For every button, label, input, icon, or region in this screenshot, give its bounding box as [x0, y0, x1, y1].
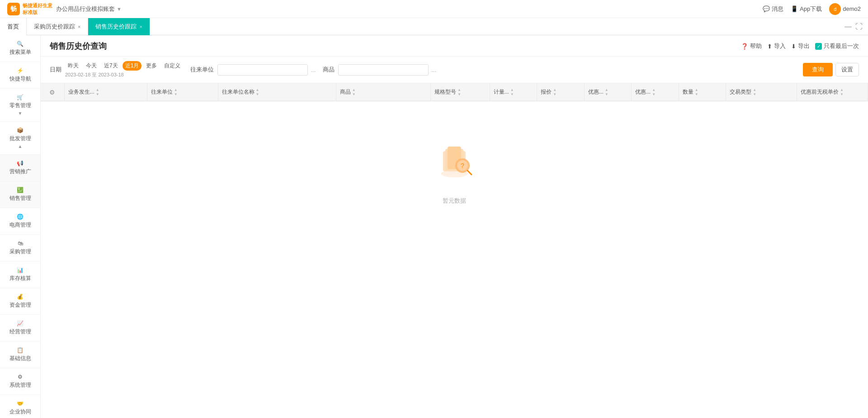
- sidebar-item-inventory[interactable]: 📊 库存核算: [0, 261, 40, 288]
- sort-arrows-spec: ▲▼: [458, 88, 461, 96]
- date-opt-last7[interactable]: 近7天: [101, 61, 121, 71]
- page-title-row: 销售历史价查询 ❓ 帮助 ⬆ 导入 ⬇ 导出 ✓: [50, 41, 859, 56]
- top-bar-left: 畅 畅捷通好生意 标准版 办公用品行业模拟账套 ▼: [7, 2, 122, 15]
- minimize-btn[interactable]: —: [844, 23, 852, 31]
- tab-bar: 首页 采购历史价跟踪 × 销售历史价跟踪 × — ⛶: [0, 18, 868, 35]
- tab-home[interactable]: 首页: [0, 18, 27, 35]
- col-settings-header[interactable]: ⚙: [41, 83, 64, 101]
- sort-arrows-qty: ▲▼: [695, 88, 698, 96]
- logo-area: 畅 畅捷通好生意 标准版: [7, 2, 52, 15]
- company-selector[interactable]: 办公用品行业模拟账套 ▼: [56, 5, 122, 13]
- sort-arrows-unit-name: ▲▼: [256, 88, 259, 96]
- col-discount1-header[interactable]: 优惠... ▲▼: [584, 83, 632, 101]
- import-btn[interactable]: ⬆ 导入: [767, 42, 786, 50]
- phone-icon: 📱: [791, 5, 798, 12]
- date-filter-group: 日期 昨天 今天 近7天 近1月 更多 自定义 2023-02-18 至 202…: [50, 61, 183, 78]
- col-unit-name-header[interactable]: 往来单位名称 ▲▼: [218, 83, 336, 101]
- wholesale-icon: 📦: [17, 127, 24, 133]
- sidebar-item-system[interactable]: ⚙ 系统管理: [0, 368, 40, 395]
- empty-state: ? 暂元数据: [41, 101, 868, 241]
- top-bar: 畅 畅捷通好生意 标准版 办公用品行业模拟账套 ▼ 💬 消息 📱 App下载 d…: [0, 0, 868, 18]
- checkbox-checked-icon: ✓: [815, 43, 822, 50]
- sort-arrows-product: ▲▼: [352, 88, 356, 96]
- product-input-dots-btn[interactable]: ...: [431, 66, 436, 73]
- col-measure-header[interactable]: 计量... ▲▼: [490, 83, 537, 101]
- ecom-icon: 🌐: [17, 214, 24, 220]
- date-row: 昨天 今天 近7天 近1月 更多 自定义 2023-02-18 至 2023-0…: [65, 61, 183, 78]
- date-opt-today[interactable]: 今天: [83, 61, 99, 71]
- col-quote-header[interactable]: 报价 ▲▼: [537, 83, 585, 101]
- sort-arrows-quote: ▲▼: [553, 88, 557, 96]
- filter-row: 日期 昨天 今天 近7天 近1月 更多 自定义 2023-02-18 至 202…: [41, 57, 868, 83]
- col-discount2-header[interactable]: 优惠... ▲▼: [632, 83, 679, 101]
- page-header-actions: ❓ 帮助 ⬆ 导入 ⬇ 导出 ✓ 只看最后一次: [741, 42, 859, 50]
- page-title: 销售历史价查询: [50, 41, 107, 52]
- date-range-display: 2023-02-18 至 2023-03-18: [65, 71, 183, 78]
- sidebar-item-operations[interactable]: 📈 经营管理: [0, 315, 40, 342]
- sort-arrows-pretax: ▲▼: [840, 88, 844, 96]
- sort-arrows-unit-code: ▲▼: [174, 88, 178, 96]
- sidebar: 🔍 搜索菜单 ⚡ 快捷导航 🛒 零售管理 ▼ 📦 批发管理 ▲ 📢 营销推广 💹…: [0, 35, 41, 418]
- date-opt-more[interactable]: 更多: [143, 61, 160, 71]
- top-bar-right: 💬 消息 📱 App下载 d demo2: [763, 3, 861, 15]
- app-download-btn[interactable]: 📱 App下载: [791, 5, 822, 13]
- unit-filter-group: 往来单位 ...: [190, 64, 316, 76]
- table-settings-icon[interactable]: ⚙: [49, 89, 55, 96]
- sidebar-item-retail[interactable]: 🛒 零售管理 ▼: [0, 89, 40, 122]
- svg-text:?: ?: [461, 162, 464, 169]
- tab-sales-close[interactable]: ×: [139, 24, 142, 29]
- logo-icon: 畅: [7, 3, 20, 15]
- col-qty-header[interactable]: 数量 ▲▼: [679, 83, 726, 101]
- sidebar-item-finance[interactable]: 💰 资金管理: [0, 288, 40, 315]
- sort-arrows-trade: ▲▼: [753, 88, 756, 96]
- wholesale-arrow: ▲: [18, 144, 23, 149]
- date-opt-custom[interactable]: 自定义: [161, 61, 183, 71]
- sidebar-item-enterprise[interactable]: 🤝 企业协同: [0, 395, 40, 418]
- date-opt-yesterday[interactable]: 昨天: [65, 61, 81, 71]
- marketing-icon: 📢: [17, 160, 24, 166]
- sidebar-item-purchase[interactable]: 🛍 采购管理: [0, 235, 40, 261]
- table-header-row: ⚙ 业务发生... ▲▼ 往来单位 ▲▼: [41, 83, 868, 101]
- sidebar-item-quick[interactable]: ⚡ 快捷导航: [0, 62, 40, 89]
- finance-icon: 💰: [17, 294, 24, 300]
- search-icon: 🔍: [17, 41, 24, 47]
- sidebar-item-basic[interactable]: 📋 基础信息: [0, 342, 40, 368]
- product-input[interactable]: [338, 64, 429, 76]
- sidebar-item-search[interactable]: 🔍 搜索菜单: [0, 35, 40, 62]
- settings-btn[interactable]: 设置: [835, 63, 859, 76]
- sidebar-item-marketing[interactable]: 📢 营销推广: [0, 155, 40, 181]
- help-btn[interactable]: ❓ 帮助: [741, 42, 762, 50]
- col-trade-header[interactable]: 交易类型 ▲▼: [726, 83, 797, 101]
- retail-icon: 🛒: [17, 94, 24, 100]
- col-pretax-header[interactable]: 优惠前无税单价 ▲▼: [797, 83, 868, 101]
- content-area: 销售历史价查询 ❓ 帮助 ⬆ 导入 ⬇ 导出 ✓: [41, 35, 868, 418]
- col-business-header[interactable]: 业务发生... ▲▼: [64, 83, 147, 101]
- unit-input-dots-btn[interactable]: ...: [311, 66, 316, 73]
- messages-btn[interactable]: 💬 消息: [763, 5, 783, 13]
- unit-input[interactable]: [217, 64, 308, 76]
- page-header: 销售历史价查询 ❓ 帮助 ⬆ 导入 ⬇ 导出 ✓: [41, 35, 868, 57]
- sort-arrows-business: ▲▼: [96, 88, 99, 96]
- date-opt-last1m[interactable]: 近1月: [123, 61, 142, 71]
- user-profile[interactable]: d demo2: [829, 3, 861, 15]
- unit-input-group: ...: [217, 64, 316, 76]
- col-spec-header[interactable]: 规格型号 ▲▼: [430, 83, 490, 101]
- logo-text: 畅捷通好生意 标准版: [23, 2, 52, 15]
- tab-purchase-close[interactable]: ×: [78, 24, 80, 29]
- sales-mgmt-icon: 💹: [17, 187, 24, 193]
- sidebar-item-wholesale[interactable]: 📦 批发管理 ▲: [0, 122, 40, 155]
- fullscreen-btn[interactable]: ⛶: [855, 23, 863, 31]
- tab-purchase[interactable]: 采购历史价跟踪 ×: [27, 18, 88, 35]
- sort-arrows-discount1: ▲▼: [605, 88, 609, 96]
- svg-line-7: [467, 171, 472, 175]
- export-btn[interactable]: ⬇ 导出: [791, 42, 810, 50]
- main-layout: 🔍 搜索菜单 ⚡ 快捷导航 🛒 零售管理 ▼ 📦 批发管理 ▲ 📢 营销推广 💹…: [0, 35, 868, 418]
- import-icon: ⬆: [767, 43, 772, 50]
- query-btn[interactable]: 查询: [803, 63, 833, 76]
- last-only-checkbox-label[interactable]: ✓ 只看最后一次: [815, 42, 859, 50]
- tab-sales[interactable]: 销售历史价跟踪 ×: [88, 18, 150, 35]
- col-product-header[interactable]: 商品 ▲▼: [336, 83, 430, 101]
- sidebar-item-ecom[interactable]: 🌐 电商管理: [0, 208, 40, 235]
- col-unit-code-header[interactable]: 往来单位 ▲▼: [147, 83, 218, 101]
- sidebar-item-sales-mgmt[interactable]: 💹 销售管理: [0, 181, 40, 208]
